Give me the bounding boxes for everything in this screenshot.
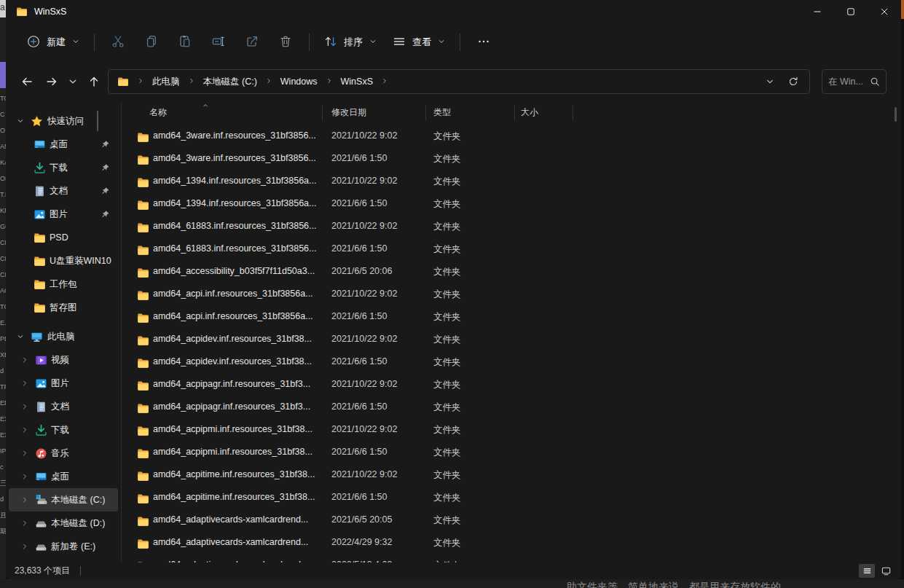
previous-locations-button[interactable] (758, 71, 782, 92)
search-icon (870, 77, 880, 87)
sidebar-item-U盘重装WIN10[interactable]: U盘重装WIN10 (9, 249, 118, 273)
file-row[interactable]: amd64_61883.inf.resources_31bf3856...202… (125, 216, 901, 238)
cut-button[interactable] (101, 30, 135, 55)
pin-icon (101, 187, 110, 196)
sidebar-item-下载[interactable]: 下载 (9, 418, 118, 442)
view-button[interactable]: 查看 (385, 30, 453, 55)
file-row[interactable]: amd64_adaptivecards-xamlcardrend...2021/… (125, 509, 901, 532)
minimize-button[interactable] (801, 0, 834, 23)
breadcrumb-item[interactable]: Windows (278, 74, 321, 89)
maximize-button[interactable] (834, 0, 868, 23)
file-row[interactable]: amd64_1394.inf.resources_31bf3856a...202… (125, 193, 901, 216)
file-date-modified: 2021/6/6 1:50 (331, 492, 430, 502)
file-date-modified: 2022/4/29 9:32 (331, 537, 430, 547)
desktop-icon (34, 138, 46, 151)
rename-button[interactable] (202, 30, 235, 55)
sidebar-item-暂存图[interactable]: 暂存图 (9, 296, 118, 319)
search-input[interactable] (828, 77, 870, 87)
up-button[interactable] (82, 71, 106, 93)
recent-locations-button[interactable] (64, 71, 82, 93)
file-row[interactable]: amd64_acpi.inf.resources_31bf3856a...202… (125, 306, 901, 329)
chevron-right-icon[interactable] (20, 426, 29, 434)
chevron-down-icon[interactable] (16, 117, 25, 125)
breadcrumb-item[interactable]: 此电脑 (149, 74, 183, 90)
background-fragment: KA (0, 154, 6, 170)
sidebar-item-PSD[interactable]: PSD (9, 226, 118, 249)
file-row[interactable]: amd64_acpitime.inf.resources_31bf38...20… (125, 464, 901, 487)
sort-button[interactable]: 排序 (316, 30, 385, 55)
details-view-button[interactable] (859, 564, 875, 578)
share-button[interactable] (235, 30, 269, 55)
sidebar-item-桌面[interactable]: 桌面 (9, 133, 118, 156)
file-row[interactable]: amd64_adaptivecards-xamlcardrend...2022/… (125, 554, 901, 562)
sidebar-item-音乐[interactable]: 音乐 (9, 442, 118, 465)
sidebar-item-文档[interactable]: 文档 (9, 395, 118, 418)
sidebar-item-工作包[interactable]: 工作包 (9, 273, 118, 296)
chevron-down-icon[interactable] (16, 332, 25, 341)
refresh-button[interactable] (782, 71, 805, 92)
chevron-right-icon[interactable] (20, 519, 29, 528)
column-header-date[interactable]: 修改日期 (331, 106, 366, 119)
sidebar-item-图片[interactable]: 图片 (9, 203, 118, 226)
sidebar-item-本地磁盘 (C:)[interactable]: 本地磁盘 (C:) (9, 488, 118, 511)
column-header-size[interactable]: 大小 (521, 106, 538, 119)
chevron-right-icon[interactable] (20, 379, 29, 388)
chevron-right-icon[interactable] (20, 356, 29, 364)
sidebar-item-新加卷 (E:)[interactable]: 新加卷 (E:) (9, 535, 118, 558)
list-scrollbar-thumb[interactable] (895, 107, 897, 122)
sidebar-item-图片[interactable]: 图片 (9, 372, 118, 395)
file-row[interactable]: amd64_acpipmi.inf.resources_31bf38...202… (125, 442, 901, 464)
column-divider[interactable] (322, 105, 323, 121)
toolbar-separator (309, 34, 310, 51)
close-button[interactable] (868, 0, 901, 23)
file-row[interactable]: amd64_acpi.inf.resources_31bf3856a...202… (125, 283, 901, 306)
file-row[interactable]: amd64_accessibility_b03f5f7f11d50a3...20… (125, 261, 901, 283)
copy-button[interactable] (135, 30, 168, 55)
breadcrumb-item[interactable]: 本地磁盘 (C:) (200, 74, 260, 90)
folder-icon (137, 515, 149, 526)
file-row[interactable]: amd64_1394.inf.resources_31bf3856a...202… (125, 170, 901, 193)
folder-icon (137, 470, 149, 481)
column-divider[interactable] (425, 105, 426, 121)
file-row[interactable]: amd64_adaptivecards-xamlcardrend...2022/… (125, 532, 901, 554)
file-row[interactable]: amd64_3ware.inf.resources_31bf3856...202… (125, 125, 901, 148)
column-header-name[interactable]: 名称 (149, 106, 167, 119)
sidebar-item-下载[interactable]: 下载 (9, 156, 118, 179)
sidebar-item-label: 文档 (51, 401, 118, 413)
chevron-right-icon[interactable] (20, 495, 29, 504)
file-row[interactable]: amd64_acpipmi.inf.resources_31bf38...202… (125, 419, 901, 442)
file-row[interactable]: amd64_acpidev.inf.resources_31bf38...202… (125, 329, 901, 351)
column-divider[interactable] (573, 105, 573, 121)
pane-divider[interactable] (121, 102, 122, 562)
file-row[interactable]: amd64_acpipagr.inf.resources_31bf3...202… (125, 374, 901, 396)
sidebar-section-this-pc[interactable]: 此电脑 (9, 325, 118, 348)
file-row[interactable]: amd64_3ware.inf.resources_31bf3856...202… (125, 148, 901, 170)
see-more-button[interactable] (467, 30, 500, 55)
file-row[interactable]: amd64_acpidev.inf.resources_31bf38...202… (125, 351, 901, 374)
sidebar-item-桌面[interactable]: 桌面 (9, 465, 118, 488)
new-button[interactable]: 新建 (19, 30, 87, 55)
sidebar-scrollbar-thumb[interactable] (97, 111, 98, 131)
chevron-right-icon[interactable] (20, 542, 29, 551)
delete-button[interactable] (269, 30, 302, 55)
chevron-right-icon[interactable] (20, 402, 29, 411)
sidebar-section-quick-access[interactable]: 快速访问 (9, 109, 118, 133)
column-header-type[interactable]: 类型 (433, 106, 451, 119)
sidebar-item-本地磁盘 (D:)[interactable]: 本地磁盘 (D:) (9, 511, 118, 535)
sidebar-item-视频[interactable]: 视频 (9, 348, 118, 372)
address-bar[interactable]: 此电脑本地磁盘 (C:)WindowsWinSxS (108, 69, 810, 94)
chevron-right-icon[interactable] (20, 472, 29, 481)
file-row[interactable]: amd64_61883.inf.resources_31bf3856...202… (125, 238, 901, 261)
file-row[interactable]: amd64_acpipagr.inf.resources_31bf3...202… (125, 396, 901, 419)
chevron-right-icon[interactable] (20, 449, 29, 458)
column-divider[interactable] (514, 105, 515, 121)
file-name: amd64_61883.inf.resources_31bf3856... (153, 221, 322, 231)
file-row[interactable]: amd64_acpitime.inf.resources_31bf38...20… (125, 487, 901, 509)
large-icons-view-button[interactable] (878, 564, 894, 578)
back-button[interactable] (15, 71, 39, 93)
breadcrumb-item[interactable]: WinSxS (338, 74, 376, 89)
paste-button[interactable] (168, 30, 202, 55)
forward-button[interactable] (39, 71, 64, 93)
status-divider (80, 566, 81, 576)
sidebar-item-文档[interactable]: 文档 (9, 179, 118, 203)
